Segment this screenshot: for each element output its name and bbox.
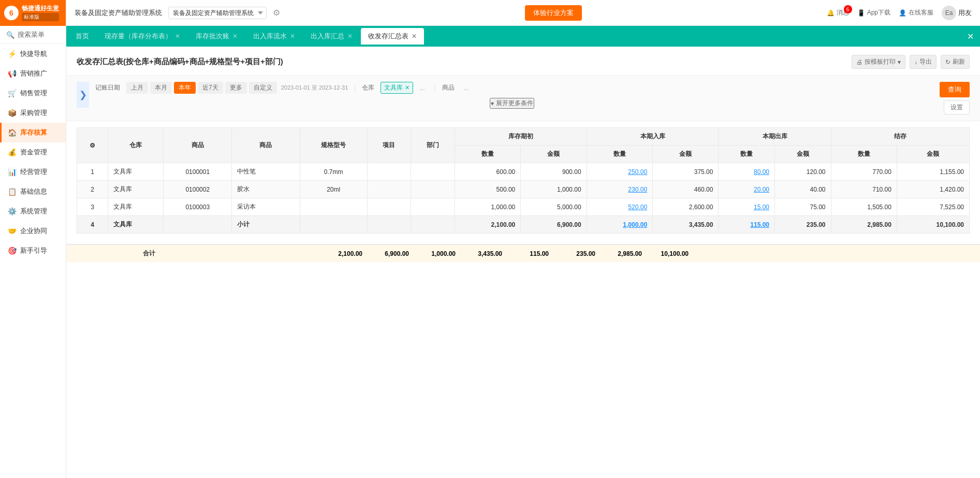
- print-icon: 🖨: [856, 59, 862, 66]
- trial-button[interactable]: 体验行业方案: [525, 5, 582, 21]
- tab-home[interactable]: 首页: [68, 28, 96, 45]
- tab-batch-ledger[interactable]: 库存批次账 ✕: [188, 28, 245, 45]
- row2-open-amt: 1,000.00: [521, 181, 587, 198]
- row3-open-qty: 1,000.00: [455, 198, 520, 216]
- total-placeholder3: [238, 250, 280, 257]
- sidebar-item-quick-nav[interactable]: ⚡ 快捷导航: [0, 44, 66, 64]
- sidebar-item-purchase[interactable]: 📦 采购管理: [0, 103, 66, 123]
- query-button[interactable]: 查询: [940, 82, 970, 97]
- col-goods-code-header: 商品: [164, 128, 232, 163]
- system-select[interactable]: 装备及固定资产辅助管理系统: [168, 7, 267, 19]
- table-footer: 合计 2,100.00 6,900.00 1,000.00 3,435.00 1…: [66, 244, 980, 262]
- tab-stock-summary[interactable]: 收发存汇总表 ✕: [361, 28, 424, 45]
- date-last-7[interactable]: 近7天: [198, 82, 223, 94]
- row1-close-amt: 1,155.00: [897, 163, 969, 181]
- purchase-icon: 📦: [8, 109, 16, 117]
- col-settings-header[interactable]: ⚙: [77, 128, 108, 163]
- tab-batch-ledger-close[interactable]: ✕: [232, 33, 238, 40]
- avatar: Ea: [942, 6, 956, 20]
- row3-close-qty: 1,505.00: [831, 198, 897, 216]
- row2-out-qty[interactable]: 20.00: [719, 181, 775, 198]
- tab-inventory-dist[interactable]: 现存量（库存分布表） ✕: [97, 28, 187, 45]
- topbar: 装备及固定资产辅助管理系统 装备及固定资产辅助管理系统 ⚙ 体验行业方案 🔔 消…: [66, 0, 980, 26]
- sidebar-item-marketing[interactable]: 📢 营销推广: [0, 64, 66, 83]
- tab-home-label: 首页: [76, 32, 89, 41]
- sidebar-item-inventory[interactable]: 🏠 库存核算: [0, 123, 66, 142]
- sidebar-item-enterprise[interactable]: 🤝 企业协同: [0, 221, 66, 241]
- sidebar-item-guide[interactable]: 🎯 新手引导: [0, 241, 66, 260]
- total-placeholder1: [155, 250, 197, 257]
- col-period-in-header: 本期入库: [587, 128, 719, 146]
- app-download-label: App下载: [867, 8, 890, 17]
- tab-stock-summary-close[interactable]: ✕: [412, 33, 417, 40]
- sidebar-item-sales[interactable]: 🛒 销售管理: [0, 83, 66, 103]
- row3-in-qty[interactable]: 520.00: [587, 198, 652, 216]
- row3-out-qty[interactable]: 15.00: [719, 198, 775, 216]
- enterprise-icon: 🤝: [8, 227, 16, 235]
- refresh-label: 刷新: [953, 57, 965, 66]
- warehouse-more-btn[interactable]: ...: [416, 84, 428, 92]
- row2-open-qty: 500.00: [455, 181, 520, 198]
- page-title: 收发存汇总表(按仓库+商品编码+商品+规格型号+项目+部门): [77, 57, 283, 67]
- row3-out-amt: 75.00: [775, 198, 831, 216]
- col-open-amt-header: 金额: [521, 146, 587, 163]
- row1-in-amt: 375.00: [653, 163, 719, 181]
- sidebar-item-finance[interactable]: 💰 资金管理: [0, 142, 66, 162]
- notification-item[interactable]: 🔔 消息 6: [827, 8, 849, 17]
- tab-inventory-dist-close[interactable]: ✕: [175, 33, 180, 40]
- row1-in-qty[interactable]: 250.00: [587, 163, 652, 181]
- sidebar-marketing-label: 营销推广: [20, 69, 47, 78]
- date-last-month[interactable]: 上月: [126, 82, 148, 94]
- row1-open-amt: 900.00: [521, 163, 587, 181]
- sidebar-purchase-label: 采购管理: [20, 108, 47, 118]
- gear-icon[interactable]: ⚙: [273, 8, 280, 18]
- search-menu-item[interactable]: 🔍 搜索菜单: [0, 26, 66, 44]
- row3-in-amt: 2,600.00: [653, 198, 719, 216]
- subtotal-in-qty[interactable]: 1,000.00: [587, 216, 652, 234]
- date-this-month[interactable]: 本月: [150, 82, 172, 94]
- row1-out-qty[interactable]: 80.00: [719, 163, 775, 181]
- col-close-qty-header: 数量: [831, 146, 897, 163]
- goods-more-btn[interactable]: ...: [461, 84, 472, 92]
- print-button[interactable]: 🖨 按模板打印 ▾: [852, 55, 905, 69]
- row1-goods-name: 中性笔: [232, 163, 300, 181]
- setting-button[interactable]: 设置: [944, 100, 970, 114]
- tab-io-flow-close[interactable]: ✕: [290, 33, 295, 40]
- filter-collapse-button[interactable]: ❯: [77, 82, 89, 108]
- date-custom[interactable]: 自定义: [249, 82, 277, 94]
- subtotal-open-amt: 6,900.00: [521, 216, 587, 234]
- refresh-button[interactable]: ↻ 刷新: [941, 55, 970, 69]
- sidebar-item-operations[interactable]: 📊 经营管理: [0, 162, 66, 182]
- date-this-year[interactable]: 本年: [174, 82, 196, 94]
- tab-io-summary-close[interactable]: ✕: [347, 33, 353, 40]
- row1-out-amt: 120.00: [775, 163, 831, 181]
- warehouse-filter-label: 仓库: [362, 83, 374, 92]
- col-closing-header: 结存: [831, 128, 969, 146]
- row3-goods-name: 采访本: [232, 198, 300, 216]
- date-more[interactable]: 更多: [225, 82, 247, 94]
- operations-icon: 📊: [8, 168, 16, 176]
- row1-close-qty: 770.00: [831, 163, 897, 181]
- online-service-label: 在线客服: [909, 8, 933, 17]
- export-button[interactable]: ↓ 导出: [910, 55, 937, 69]
- col-in-qty-header: 数量: [587, 146, 652, 163]
- row2-out-amt: 40.00: [775, 181, 831, 198]
- expand-more-filters-button[interactable]: ▾ 展开更多条件: [490, 98, 534, 109]
- row2-in-qty[interactable]: 230.00: [587, 181, 652, 198]
- total-out-qty: 115.00: [507, 250, 554, 257]
- app-download-item[interactable]: 📱 App下载: [857, 8, 890, 17]
- warehouse-tag-close[interactable]: ✕: [405, 84, 409, 91]
- row3-open-amt: 5,000.00: [521, 198, 587, 216]
- online-service-item[interactable]: 👤 在线客服: [899, 8, 933, 17]
- row3-goods-spec: [300, 198, 367, 216]
- user-item[interactable]: Ea 用友: [942, 6, 972, 20]
- close-all-tabs-button[interactable]: ✕: [963, 32, 978, 41]
- subtotal-out-qty[interactable]: 115.00: [719, 216, 775, 234]
- table-settings-icon: ⚙: [90, 142, 95, 149]
- tab-io-flow[interactable]: 出入库流水 ✕: [246, 28, 302, 45]
- filter-row-1: 记账日期 上月 本月 本年 近7天 更多 自定义 2023-01-01 至 20…: [95, 82, 928, 94]
- sidebar-item-basic[interactable]: 📋 基础信息: [0, 182, 66, 201]
- sidebar-item-system[interactable]: ⚙️ 系统管理: [0, 201, 66, 221]
- tab-io-summary[interactable]: 出入库汇总 ✕: [303, 28, 360, 45]
- row2-goods-spec: 20ml: [300, 181, 367, 198]
